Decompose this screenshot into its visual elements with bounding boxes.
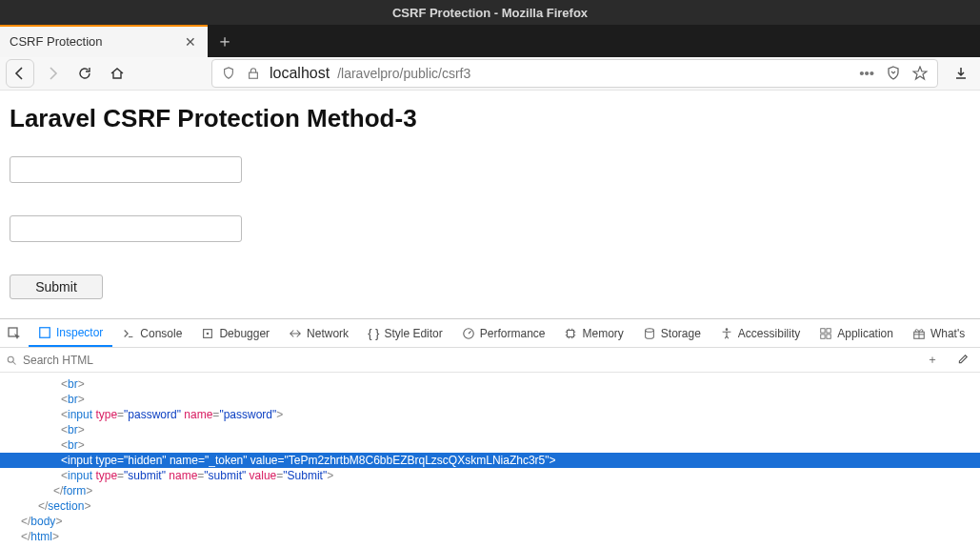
svg-rect-2 — [40, 327, 50, 337]
home-button[interactable] — [103, 59, 131, 88]
url-host: localhost — [270, 65, 330, 82]
tab-whats-new[interactable]: What's — [903, 319, 974, 347]
reload-button[interactable] — [70, 59, 99, 88]
new-tab-button[interactable]: ＋ — [208, 25, 242, 57]
devtools-search-bar: ＋ — [0, 348, 980, 373]
close-icon[interactable]: ✕ — [183, 32, 198, 51]
devtools-tabs: Inspector Console Debugger Network { }St… — [0, 319, 980, 348]
svg-rect-12 — [827, 334, 830, 337]
svg-rect-9 — [821, 328, 825, 332]
tab-performance[interactable]: Performance — [452, 319, 555, 347]
url-bar[interactable]: localhost/laravelpro/public/csrf3 ••• — [211, 59, 938, 88]
back-button[interactable] — [6, 59, 34, 88]
console-icon — [122, 327, 135, 340]
tab-title: CSRF Protection — [10, 34, 183, 49]
search-icon — [6, 355, 17, 366]
tab-console[interactable]: Console — [112, 319, 191, 347]
tab-debugger[interactable]: Debugger — [191, 319, 279, 347]
html-line[interactable]: <input type="submit" name="submit" value… — [0, 468, 980, 483]
window-title: CSRF Protection - Mozilla Firefox — [392, 6, 588, 20]
window-titlebar: CSRF Protection - Mozilla Firefox — [0, 0, 980, 25]
shield-icon[interactable] — [220, 67, 237, 80]
html-line[interactable]: </html> — [0, 529, 980, 544]
gift-icon — [912, 327, 926, 340]
debugger-icon — [201, 327, 214, 340]
tab-strip: CSRF Protection ✕ ＋ — [0, 25, 980, 57]
styleeditor-icon: { } — [368, 326, 379, 340]
submit-button[interactable]: Submit — [10, 274, 103, 299]
memory-icon — [564, 327, 577, 340]
html-line[interactable]: <input type="password" name="password"> — [0, 407, 980, 422]
tab-accessibility[interactable]: Accessibility — [710, 319, 810, 347]
devtools-panel: Inspector Console Debugger Network { }St… — [0, 318, 980, 548]
html-line-selected[interactable]: <input type="hidden" name="_token" value… — [0, 453, 980, 468]
svg-rect-0 — [250, 72, 258, 78]
html-tree[interactable]: <br> <br> <input type="password" name="p… — [0, 373, 980, 548]
svg-point-8 — [726, 328, 729, 331]
svg-point-14 — [8, 356, 13, 362]
page-content: Laravel CSRF Protection Method-3 Submit — [0, 91, 980, 318]
application-icon — [819, 327, 832, 340]
username-field[interactable] — [10, 156, 242, 183]
password-field[interactable] — [10, 215, 242, 242]
forward-button[interactable] — [38, 59, 67, 88]
lock-icon[interactable] — [245, 67, 262, 80]
tab-inspector[interactable]: Inspector — [29, 319, 112, 347]
inspector-icon — [38, 326, 51, 339]
network-icon — [289, 327, 302, 340]
svg-point-4 — [207, 332, 210, 335]
nav-toolbar: localhost/laravelpro/public/csrf3 ••• — [0, 57, 980, 91]
element-picker-icon[interactable] — [0, 319, 29, 347]
svg-rect-10 — [827, 328, 830, 332]
html-line[interactable]: </section> — [0, 498, 980, 514]
html-line[interactable]: </body> — [0, 514, 980, 529]
eyedropper-icon[interactable] — [950, 354, 974, 367]
page-heading: Laravel CSRF Protection Method-3 — [10, 104, 970, 133]
html-line[interactable]: </form> — [0, 483, 980, 498]
search-html-input[interactable] — [23, 354, 915, 367]
download-button[interactable] — [948, 66, 974, 81]
html-line[interactable]: <br> — [0, 422, 980, 437]
tab-style-editor[interactable]: { }Style Editor — [358, 319, 452, 347]
browser-tab[interactable]: CSRF Protection ✕ — [0, 25, 208, 57]
tab-network[interactable]: Network — [279, 319, 358, 347]
storage-icon — [643, 327, 656, 340]
more-icon[interactable]: ••• — [857, 65, 876, 81]
bookmark-icon[interactable] — [910, 66, 930, 81]
url-path: /laravelpro/public/csrf3 — [337, 66, 470, 81]
tab-storage[interactable]: Storage — [633, 319, 710, 347]
svg-point-7 — [645, 328, 653, 332]
html-line[interactable]: <br> — [0, 392, 980, 407]
performance-icon — [462, 327, 475, 340]
tab-memory[interactable]: Memory — [554, 319, 632, 347]
tab-application[interactable]: Application — [810, 319, 903, 347]
svg-rect-6 — [568, 330, 574, 336]
add-node-icon[interactable]: ＋ — [921, 352, 944, 368]
html-line[interactable]: <br> — [0, 437, 980, 453]
html-line[interactable]: <br> — [0, 376, 980, 392]
accessibility-icon — [720, 327, 733, 340]
reader-icon[interactable] — [884, 66, 903, 81]
svg-rect-11 — [821, 334, 825, 337]
